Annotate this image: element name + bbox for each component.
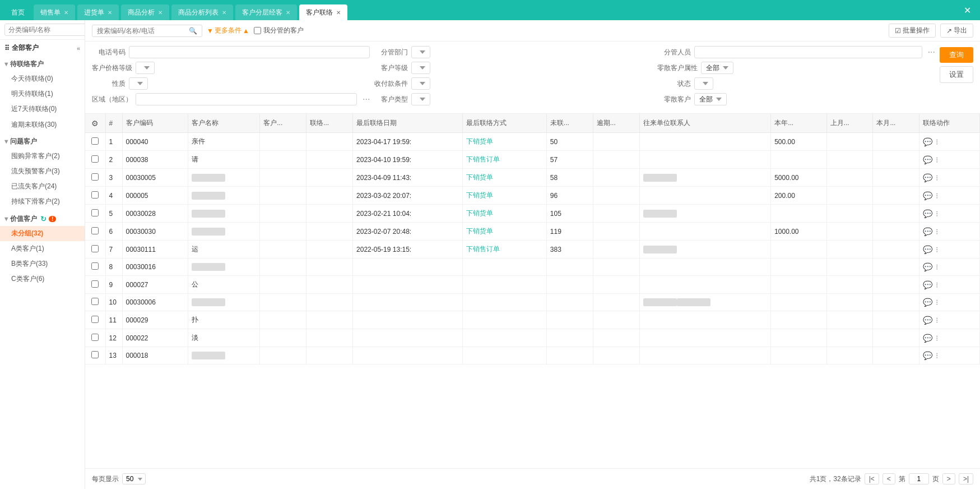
- contact-icon[interactable]: 💬: [923, 298, 932, 307]
- more-action-icon[interactable]: ⁝: [936, 227, 938, 236]
- reset-button[interactable]: 设置: [940, 66, 973, 83]
- close-icon[interactable]: ✕: [222, 10, 226, 16]
- overdue-column-header[interactable]: 逾期...: [593, 114, 639, 133]
- sidebar-group-problem-title[interactable]: ▶ 问题客户: [0, 135, 85, 149]
- last-page-button[interactable]: >|: [959, 473, 973, 485]
- contact-icon[interactable]: 💬: [923, 173, 932, 182]
- this-year-column-header[interactable]: 本年...: [771, 114, 826, 133]
- phone-input[interactable]: [129, 46, 370, 58]
- sidebar-group-value-title[interactable]: ▶ 价值客户 ↻ !: [0, 212, 85, 226]
- page-number-input[interactable]: [909, 473, 929, 485]
- sidebar-item-7day-pending[interactable]: 近7天待联络(0): [0, 102, 85, 117]
- query-button[interactable]: 查询: [940, 47, 973, 63]
- tab-customer-tier[interactable]: 客户分层经客 ✕: [235, 4, 297, 20]
- contact-icon[interactable]: 💬: [923, 137, 932, 146]
- region-input[interactable]: [136, 93, 357, 105]
- row-checkbox[interactable]: [91, 316, 99, 323]
- more-action-icon[interactable]: ⁝: [936, 245, 938, 254]
- close-icon[interactable]: ✕: [108, 10, 112, 16]
- last-method-link[interactable]: 下销货单: [466, 191, 493, 199]
- last-contact-method-column-header[interactable]: 最后联络方式: [462, 114, 546, 133]
- tab-purchase-order[interactable]: 进货单 ✕: [77, 4, 119, 20]
- close-icon[interactable]: ✕: [158, 10, 162, 16]
- tab-product-analysis[interactable]: 商品分析 ✕: [121, 4, 169, 20]
- more-action-icon[interactable]: ⁝: [936, 137, 938, 146]
- more-action-icon[interactable]: ⁝: [936, 334, 938, 343]
- more-action-icon[interactable]: ⁝: [936, 173, 938, 182]
- status-select[interactable]: [694, 77, 713, 90]
- customer-search-input[interactable]: [97, 27, 187, 35]
- prev-page-button[interactable]: <: [883, 473, 895, 485]
- contact-icon[interactable]: 💬: [923, 227, 932, 236]
- close-icon[interactable]: ✕: [336, 10, 341, 16]
- last-method-link[interactable]: 下销售订单: [466, 245, 500, 253]
- contact-icon[interactable]: 💬: [923, 351, 932, 360]
- more-action-icon[interactable]: ⁝: [936, 280, 938, 289]
- sidebar-item-class-a[interactable]: A类客户(1): [0, 241, 85, 256]
- close-all-tabs-button[interactable]: ✕: [959, 5, 976, 16]
- more-action-icon[interactable]: ⁝: [936, 155, 938, 164]
- more-action-icon[interactable]: ⁝: [936, 191, 938, 200]
- this-month-column-header[interactable]: 本月...: [873, 114, 919, 133]
- export-button[interactable]: ↗ 导出: [940, 24, 973, 38]
- partner-contact-column-header[interactable]: 往来单位联系人: [639, 114, 771, 133]
- contact-icon[interactable]: 💬: [923, 191, 932, 200]
- sidebar-item-churn-warning[interactable]: 流失预警客户(3): [0, 164, 85, 179]
- contact-icon[interactable]: 💬: [923, 316, 932, 325]
- more-action-icon[interactable]: ⁝: [936, 209, 938, 218]
- tab-home[interactable]: 首页: [4, 4, 31, 20]
- refresh-icon[interactable]: ↻: [40, 215, 47, 223]
- collapse-sidebar-button[interactable]: «: [77, 45, 80, 52]
- sidebar-item-declining[interactable]: 持续下滑客户(2): [0, 194, 85, 209]
- contact-icon[interactable]: 💬: [923, 334, 932, 343]
- my-customers-filter[interactable]: 我分管的客户: [254, 26, 304, 35]
- last-method-link[interactable]: 下销售订单: [466, 155, 500, 163]
- more-action-icon[interactable]: ⁝: [936, 298, 938, 307]
- tab-sales-order[interactable]: 销售单 ✕: [34, 4, 75, 20]
- all-customers-section[interactable]: ⠿ 全部客户 «: [0, 40, 85, 56]
- row-checkbox[interactable]: [91, 245, 99, 252]
- contact-icon[interactable]: 💬: [923, 262, 932, 271]
- row-checkbox[interactable]: [91, 191, 99, 199]
- sidebar-item-churned[interactable]: 已流失客户(24): [0, 179, 85, 194]
- my-customers-checkbox[interactable]: [254, 27, 261, 34]
- sidebar-item-tomorrow-pending[interactable]: 明天待联络(1): [0, 86, 85, 102]
- sidebar-item-ungrouped[interactable]: 未分组(32): [0, 226, 85, 241]
- sidebar-item-overdue-pending[interactable]: 逾期未联络(30): [0, 117, 85, 132]
- sidebar-item-class-c[interactable]: C类客户(6): [0, 271, 85, 287]
- more-conditions-button[interactable]: ▼ 更多条件 ▲: [207, 26, 249, 35]
- last-method-link[interactable]: 下销货单: [466, 209, 493, 217]
- more-action-icon[interactable]: ⁝: [936, 351, 938, 360]
- contact-icon[interactable]: 💬: [923, 155, 932, 164]
- not-contacted-column-header[interactable]: 未联...: [546, 114, 593, 133]
- customer-name-column-header[interactable]: 客户名称: [188, 114, 260, 133]
- retail-attr-select[interactable]: 全部: [701, 62, 733, 74]
- contact-icon[interactable]: 💬: [923, 245, 932, 254]
- contact-column-header[interactable]: 联络...: [306, 114, 353, 133]
- price-level-select[interactable]: [136, 62, 155, 74]
- dept-select[interactable]: [411, 46, 430, 58]
- contact-icon[interactable]: 💬: [923, 280, 932, 289]
- category-search-input[interactable]: [4, 24, 85, 36]
- close-icon[interactable]: ✕: [64, 10, 68, 16]
- sidebar-item-abnormal[interactable]: 囤购异常客户(2): [0, 149, 85, 164]
- row-checkbox[interactable]: [91, 155, 99, 163]
- last-month-column-header[interactable]: 上月...: [826, 114, 873, 133]
- customer-code-column-header[interactable]: 客户编码: [122, 114, 188, 133]
- sidebar-item-class-b[interactable]: B类客户(33): [0, 256, 85, 271]
- retail-customer-select[interactable]: 全部: [694, 93, 727, 105]
- sidebar-item-today-pending[interactable]: 今天待联络(0): [0, 71, 85, 86]
- last-contact-date-column-header[interactable]: 最后联络日期: [353, 114, 463, 133]
- first-page-button[interactable]: |<: [865, 473, 879, 485]
- row-checkbox[interactable]: [91, 351, 99, 358]
- last-method-link[interactable]: 下销货单: [466, 137, 493, 145]
- tab-product-analysis-list[interactable]: 商品分析列表 ✕: [171, 4, 233, 20]
- gear-icon[interactable]: ⚙: [91, 119, 99, 128]
- more-icon[interactable]: ···: [363, 94, 370, 104]
- payment-select[interactable]: [411, 77, 430, 90]
- last-method-link[interactable]: 下销货单: [466, 173, 493, 181]
- tab-customer-contact[interactable]: 客户联络 ✕: [299, 4, 347, 20]
- contact-icon[interactable]: 💬: [923, 209, 932, 218]
- batch-operations-button[interactable]: ☑ 批量操作: [889, 24, 936, 38]
- more-action-icon[interactable]: ⁝: [936, 262, 938, 271]
